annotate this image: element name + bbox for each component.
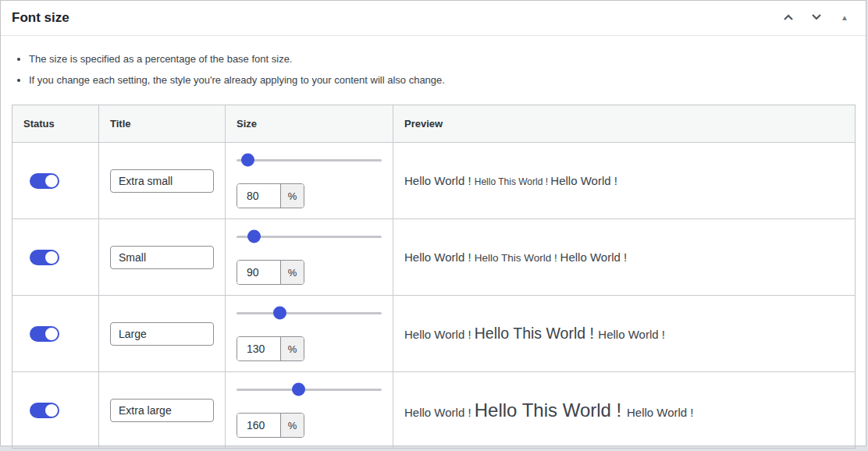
status-toggle[interactable] [30,250,59,265]
title-cell [99,372,226,448]
percent-unit-label: % [280,414,304,437]
slider-thumb[interactable] [241,154,254,167]
size-cell: % [226,219,393,295]
status-cell [12,296,99,371]
title-input[interactable] [110,399,214,422]
size-input-group: % [237,183,304,208]
size-slider[interactable] [237,389,382,391]
size-slider[interactable] [237,312,382,314]
preview-cell: Hello World ! Hello This World ! Hello W… [393,372,855,448]
column-header-size: Size [226,105,393,142]
size-cell: % [226,143,393,218]
panel-header-controls: ▲ [780,9,853,27]
slider-thumb[interactable] [292,383,305,396]
status-toggle[interactable] [30,326,59,342]
preview-left: Hello World ! [404,250,475,264]
slider-track [237,389,382,391]
title-input[interactable] [110,169,214,193]
preview-middle: Hello This World ! [475,400,627,421]
slider-track [237,312,382,314]
size-cell: % [226,372,393,448]
panel-header: Font size ▲ [1,1,866,36]
toggle-knob [45,404,58,417]
table-row: % Hello World ! Hello This World ! Hello… [12,142,855,218]
title-cell [99,219,226,295]
size-input-group: % [237,413,304,438]
preview-middle: Hello This World ! [475,176,551,187]
panel-title: Font size [12,10,780,26]
chevron-up-icon [782,12,795,24]
title-input[interactable] [110,322,214,346]
status-toggle[interactable] [30,173,59,189]
status-cell [12,219,99,295]
preview-right: Hello World ! [627,406,694,419]
chevron-down-icon [810,12,823,24]
table-row: % Hello World ! Hello This World ! Hello… [12,295,855,371]
slider-track [237,159,382,162]
size-cell: % [226,296,393,371]
collapse-panel-button[interactable]: ▲ [836,9,853,27]
slider-thumb[interactable] [247,230,261,243]
move-up-button[interactable] [780,9,797,27]
size-input[interactable] [237,184,280,208]
toggle-knob [45,328,58,340]
title-cell [99,296,226,371]
size-input[interactable] [237,337,280,360]
preview-middle: Hello This World ! [475,325,599,342]
preview-text: Hello World ! Hello This World ! Hello W… [404,400,694,421]
preview-right: Hello World ! [560,250,628,264]
preview-right: Hello World ! [550,174,617,187]
column-header-status: Status [12,105,99,142]
percent-unit-label: % [280,337,304,360]
column-header-preview: Preview [393,105,855,142]
table-header-row: Status Title Size Preview [12,105,855,142]
notes-list: The size is specified as a percentage of… [1,36,866,97]
preview-text: Hello World ! Hello This World ! Hello W… [404,250,627,264]
slider-thumb[interactable] [273,307,286,320]
font-size-panel: Font size ▲ The size is specified as a p… [0,0,866,446]
toggle-knob [45,175,58,187]
preview-cell: Hello World ! Hello This World ! Hello W… [393,219,855,295]
size-input[interactable] [237,261,280,284]
move-down-button[interactable] [808,9,825,27]
font-size-table: Status Title Size Preview % [12,105,856,449]
status-toggle[interactable] [30,403,59,418]
note-item: If you change each setting, the style yo… [29,74,855,86]
table-row: % Hello World ! Hello This World ! Hello… [12,218,855,295]
size-slider[interactable] [237,236,382,238]
column-header-title: Title [99,105,226,142]
status-cell [12,143,99,218]
toggle-knob [45,251,58,264]
triangle-up-icon: ▲ [841,14,848,22]
size-input[interactable] [237,414,280,437]
preview-cell: Hello World ! Hello This World ! Hello W… [393,296,855,371]
preview-text: Hello World ! Hello This World ! Hello W… [404,325,665,343]
preview-right: Hello World ! [598,328,665,341]
title-input[interactable] [110,246,214,269]
preview-left: Hello World ! [404,174,475,187]
preview-text: Hello World ! Hello This World ! Hello W… [404,174,617,187]
size-input-group: % [237,260,304,285]
size-input-group: % [237,336,304,361]
status-cell [12,372,99,448]
percent-unit-label: % [280,184,304,208]
title-cell [99,143,226,218]
preview-middle: Hello This World ! [475,252,560,264]
percent-unit-label: % [280,261,304,284]
preview-left: Hello World ! [404,406,475,419]
preview-cell: Hello World ! Hello This World ! Hello W… [393,143,855,218]
preview-left: Hello World ! [404,328,475,341]
note-item: The size is specified as a percentage of… [29,53,855,65]
table-row: % Hello World ! Hello This World ! Hello… [12,371,855,448]
size-slider[interactable] [237,159,382,162]
